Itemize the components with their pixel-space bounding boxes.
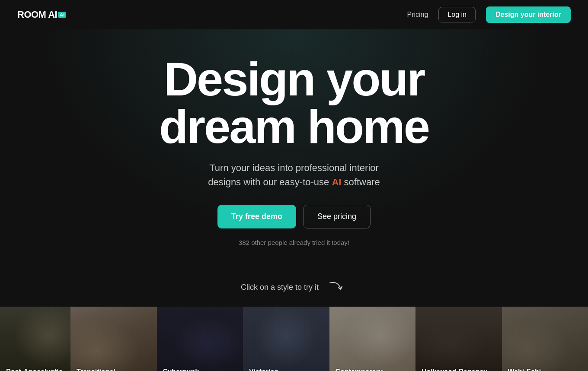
nav-right: Pricing Log in Design your interior bbox=[407, 6, 571, 23]
style-card-bg-post-apocalyptic bbox=[0, 307, 70, 371]
styles-section: Click on a style to try it Post-Apocalyp… bbox=[0, 263, 588, 371]
style-card-bg-wabi-sabi bbox=[502, 307, 588, 371]
try-free-demo-button[interactable]: Try free demo bbox=[217, 205, 296, 228]
social-proof-text: 382 other people already tried it today! bbox=[239, 239, 349, 246]
style-card-label-hollywood-regency: Hollywood Regency bbox=[415, 364, 502, 371]
style-card-wabi-sabi[interactable]: Wabi-Sabi bbox=[502, 307, 588, 371]
hero-section: Design your dream home Turn your ideas i… bbox=[0, 29, 588, 263]
arrow-icon bbox=[326, 276, 347, 298]
styles-carousel: Post-ApocalypticTransitionalCyberpunkVic… bbox=[0, 307, 588, 371]
logo-ai-badge: AI bbox=[58, 12, 66, 18]
style-card-victorian[interactable]: Victorian bbox=[243, 307, 329, 371]
hero-title-line1: Design your bbox=[164, 52, 425, 105]
style-card-bg-contemporary bbox=[329, 307, 416, 371]
logo-text: ROOM AI bbox=[17, 9, 57, 20]
style-card-label-wabi-sabi: Wabi-Sabi bbox=[502, 364, 588, 371]
style-card-contemporary[interactable]: Contemporary bbox=[329, 307, 416, 371]
style-card-post-apocalyptic[interactable]: Post-Apocalyptic bbox=[0, 307, 70, 371]
style-card-hollywood-regency[interactable]: Hollywood Regency bbox=[415, 307, 502, 371]
style-card-bg-transitional bbox=[70, 307, 157, 371]
style-card-bg-cyberpunk bbox=[157, 307, 243, 371]
navbar: ROOM AI AI Pricing Log in Design your in… bbox=[0, 0, 588, 29]
style-card-bg-victorian bbox=[243, 307, 329, 371]
nav-pricing-link[interactable]: Pricing bbox=[407, 11, 428, 19]
hero-subtitle-middle: designs with our easy-to-use bbox=[208, 177, 329, 187]
nav-cta-button[interactable]: Design your interior bbox=[486, 6, 571, 23]
style-card-label-contemporary: Contemporary bbox=[329, 364, 416, 371]
style-card-cyberpunk[interactable]: Cyberpunk bbox=[157, 307, 243, 371]
hero-title-line2: dream home bbox=[159, 100, 429, 153]
hero-subtitle-after: software bbox=[344, 177, 380, 187]
hero-subtitle: Turn your ideas into professional interi… bbox=[208, 161, 380, 189]
logo[interactable]: ROOM AI AI bbox=[17, 9, 66, 20]
styles-hint-text: Click on a style to try it bbox=[241, 283, 319, 292]
hero-title: Design your dream home bbox=[159, 55, 429, 150]
hero-subtitle-before: Turn your ideas into professional interi… bbox=[209, 162, 379, 173]
style-card-label-post-apocalyptic: Post-Apocalyptic bbox=[0, 364, 70, 371]
style-card-bg-hollywood-regency bbox=[415, 307, 502, 371]
style-card-transitional[interactable]: Transitional bbox=[70, 307, 157, 371]
style-card-label-cyberpunk: Cyberpunk bbox=[157, 364, 243, 371]
style-card-label-transitional: Transitional bbox=[70, 364, 157, 371]
hero-buttons: Try free demo See pricing bbox=[217, 205, 371, 228]
see-pricing-button[interactable]: See pricing bbox=[303, 205, 371, 228]
login-button[interactable]: Log in bbox=[438, 7, 476, 22]
hero-ai-highlight: AI bbox=[332, 177, 341, 187]
styles-hint: Click on a style to try it bbox=[0, 276, 588, 298]
style-card-label-victorian: Victorian bbox=[243, 364, 329, 371]
